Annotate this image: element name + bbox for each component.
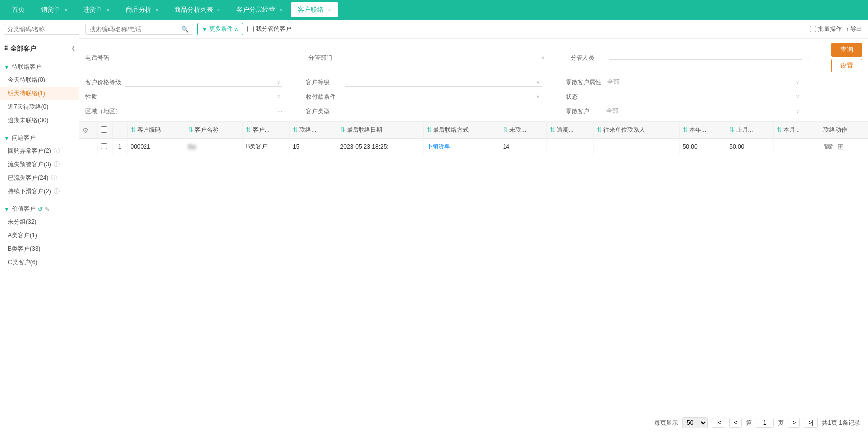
info-icon-3: ⓘ [54,188,60,195]
more-conditions-btn[interactable]: ▼ 更多条件 ∧ [197,23,243,35]
nav-tab-0[interactable]: 销货单 × [34,2,74,17]
search-icon[interactable]: 🔍 [181,26,189,33]
dept-select[interactable]: ∨ [347,53,547,62]
export-btn[interactable]: ↑ 导出 [846,25,862,33]
sidebar-value-group-title[interactable]: ▼ 价值客户 ↺ ✎ [0,202,79,216]
refresh-icon[interactable]: ↺ [38,206,43,213]
person-select[interactable] [609,56,802,60]
td-name: Ea [185,139,242,155]
next-page-btn[interactable]: > [788,418,800,428]
nav-home[interactable]: 首页 [5,2,32,17]
price-grade-select[interactable]: ∨ [125,78,282,87]
close-tab-4-icon[interactable]: × [279,7,282,13]
sidebar-item-overdue-pending[interactable]: 逾期未联络(30) [0,114,79,127]
sidebar-all-customers[interactable]: ⠿ 全部客户 《 [0,41,79,56]
payment-select[interactable]: ∨ [345,92,542,101]
per-page-select[interactable]: 50 20 100 [682,417,708,428]
customer-grade-label: 客户等级 [306,78,341,87]
contact-method-link[interactable]: 下销货单 [427,143,450,150]
close-tab-0-icon[interactable]: × [64,7,67,13]
sidebar-item-abnormal-repurchase[interactable]: 回购异常客户(2) ⓘ [0,144,79,158]
status-select[interactable]: ∨ [604,92,801,101]
filter-cell-price-grade: 客户价格等级 ∨ [85,78,282,87]
region-select[interactable] [125,110,275,113]
batch-op-btn[interactable]: 批量操作 [810,25,842,33]
th-category: ⇅ 客户... [243,122,290,139]
last-page-btn[interactable]: >| [804,418,818,428]
sidebar-item-churned[interactable]: 已流失客户(24) ⓘ [0,171,79,185]
customer-type-select[interactable] [345,110,542,113]
sidebar-item-c-class[interactable]: C类客户(6) [0,256,79,269]
sidebar-item-ungrouped[interactable]: 未分组(32) [0,216,79,229]
nav-tab-2[interactable]: 商品分析 × [119,2,165,17]
triangle-icon: ▼ [4,64,10,71]
sidebar-search-input[interactable] [4,24,79,35]
status-chevron: ∨ [796,94,799,99]
sidebar-item-churn-warning[interactable]: 流失预警客户(3) ⓘ [0,158,79,171]
sidebar-item-a-class[interactable]: A类客户(1) [0,229,79,242]
sidebar-pending-group-title[interactable]: ▼ 待联络客户 [0,60,79,73]
row-checkbox[interactable] [101,143,107,149]
th-this-year: ⇅ 本年... [679,122,726,139]
td-code: 000021 [127,139,185,155]
region-label: 区域（地区） [85,107,121,116]
batch-checkbox[interactable] [810,26,816,32]
person-label: 分管人员 [571,54,605,62]
nav-tab-1[interactable]: 进货单 × [76,2,116,17]
th-contacts-sort-icon: ⇅ [597,126,602,133]
td-contacts-person [593,139,679,155]
gear-icon[interactable]: ⚙ [82,126,89,134]
region-dots-icon[interactable]: ··· [277,108,282,115]
edit-value-icon[interactable]: ✎ [45,206,50,213]
page-number-input[interactable] [756,418,774,428]
filter-row-2: 客户价格等级 ∨ 客户等级 ∨ 零散客户属性 全部 [85,76,862,88]
close-tab-5-icon[interactable]: × [328,7,331,13]
search-input[interactable] [90,26,179,33]
sidebar-item-week-pending[interactable]: 近7天待联络(0) [0,100,79,114]
my-customers-check[interactable] [247,26,254,32]
dept-chevron-icon: ∨ [541,55,545,60]
query-button[interactable]: 查询 [831,43,862,57]
search-wrap: 🔍 [85,24,193,35]
table-header-row: ⚙ ⇅ 客户编码 ⇅ 客户名称 [79,122,868,139]
action-grid-icon[interactable]: ⊞ [837,142,844,151]
close-tab-3-icon[interactable]: × [217,7,220,13]
th-uncontacted: ⇅ 未联... [500,122,547,139]
collapse-icon[interactable]: 《 [69,45,75,53]
sidebar: 🔍 ⠿ 全部客户 《 ▼ 待联络客户 今天待联络(0) 明天待联络(1) 近7天… [0,20,79,432]
settings-button[interactable]: 设置 [831,59,862,72]
nature-select[interactable]: ∨ [124,92,282,101]
sidebar-item-tomorrow-pending[interactable]: 明天待联络(1) [0,87,79,100]
sidebar-problem-group-title[interactable]: ▼ 问题客户 [0,131,79,144]
table-row: 1 000021 Ea B类客户 15 2023-05-23 18:25: 下销… [79,139,868,155]
select-all-checkbox[interactable] [101,126,107,133]
th-uncontacted-sort-icon: ⇅ [503,126,508,133]
nav-tab-5[interactable]: 客户联络 × [291,2,338,17]
sidebar-item-today-pending[interactable]: 今天待联络(0) [0,73,79,87]
person-dots-icon[interactable]: ··· [804,54,809,61]
info-icon-1: ⓘ [54,161,60,168]
th-last-month: ⇅ 上月... [726,122,774,139]
th-lmonth-sort-icon: ⇅ [729,126,734,133]
sidebar-item-b-class[interactable]: B类客户(33) [0,242,79,256]
filter-cell-status: 状态 ∨ [566,92,801,101]
retail-attr-chevron: ∨ [796,79,799,85]
chevron-up-icon: ∧ [234,26,239,33]
th-overdue: ⇅ 逾期... [547,122,594,139]
nav-tab-4[interactable]: 客户分层经营 × [229,2,289,17]
customer-grade-select[interactable]: ∨ [345,78,542,87]
retail-customer-select[interactable]: 全部 ∨ [604,105,801,117]
first-page-btn[interactable]: |< [712,418,725,428]
my-customers-checkbox[interactable]: 我分管的客户 [247,25,291,33]
close-tab-1-icon[interactable]: × [106,7,109,13]
export-icon: ↑ [846,26,849,33]
action-phone-icon[interactable]: ☎ [823,142,833,151]
content-area: 🔍 ▼ 更多条件 ∧ 我分管的客户 批量操作 ↑ 导出 [79,20,868,432]
sidebar-item-declining[interactable]: 持续下滑客户(2) ⓘ [0,185,79,198]
nav-tab-3[interactable]: 商品分析列表 × [167,2,227,17]
retail-attr-select[interactable]: 全部 ∨ [605,76,801,88]
close-tab-2-icon[interactable]: × [155,7,158,13]
th-name-sort-icon: ⇅ [188,126,193,133]
prev-page-btn[interactable]: < [729,418,742,428]
phone-input[interactable] [124,53,285,63]
